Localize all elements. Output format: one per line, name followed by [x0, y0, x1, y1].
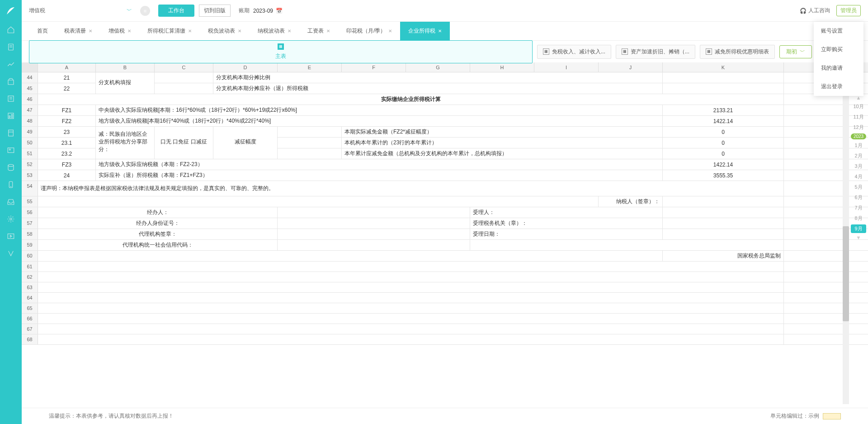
cell[interactable]: 经办人： — [38, 207, 278, 218]
cell[interactable] — [278, 148, 342, 159]
nav-list-icon[interactable] — [6, 94, 15, 103]
month-down-icon[interactable]: ▼ — [856, 235, 861, 240]
row-number[interactable]: 59 — [22, 240, 38, 250]
row-number[interactable]: 63 — [22, 282, 38, 292]
cell[interactable] — [38, 262, 784, 272]
row-number[interactable]: 68 — [22, 334, 38, 344]
nav-doc-icon[interactable] — [6, 43, 15, 52]
vertical-scrollbar[interactable] — [843, 72, 849, 404]
col-header[interactable]: A — [38, 62, 96, 72]
row-number[interactable]: 67 — [22, 324, 38, 334]
cell[interactable]: 受理税务机关（章）： — [470, 218, 663, 229]
col-header[interactable]: H — [470, 62, 534, 72]
col-header[interactable]: E — [278, 62, 342, 72]
cell[interactable]: FZ3 — [38, 159, 96, 170]
app-logo[interactable] — [0, 0, 22, 22]
col-header[interactable]: C — [155, 62, 213, 72]
cell[interactable]: 口无 口免征 口减征 — [155, 127, 213, 157]
cell[interactable]: 经办人身份证号： — [38, 218, 278, 229]
col-header[interactable]: J — [599, 62, 663, 72]
cell[interactable]: 代理机构统一社会信用代码： — [38, 240, 278, 250]
cell[interactable]: 22 — [38, 83, 96, 94]
row-number[interactable]: 64 — [22, 293, 38, 303]
cell[interactable] — [663, 196, 784, 207]
cell[interactable]: 23.2 — [38, 148, 96, 159]
close-icon[interactable]: ✕ — [288, 29, 291, 33]
row-number[interactable]: 56 — [22, 207, 38, 218]
nav-home-icon[interactable] — [6, 25, 15, 34]
cell[interactable]: 1422.14 — [663, 116, 784, 126]
dropdown-item-buy[interactable]: 立即购买 — [814, 40, 863, 59]
cell[interactable] — [38, 196, 599, 207]
cell[interactable]: 23.1 — [38, 138, 96, 148]
cell[interactable]: 地方级收入应纳税额[本期16行*40%或（18行+20行）*40%或22行*40… — [96, 116, 663, 126]
scroll-thumb[interactable] — [843, 226, 849, 321]
row-number[interactable]: 57 — [22, 218, 38, 229]
cell[interactable]: 受理人： — [470, 207, 663, 218]
close-icon[interactable]: ✕ — [238, 29, 241, 33]
row-number[interactable]: 62 — [22, 272, 38, 282]
row-number[interactable]: 49 — [22, 127, 38, 137]
month-item[interactable]: 5月 — [853, 183, 864, 191]
subtab-main[interactable]: ▦主表 — [29, 40, 533, 63]
tab[interactable]: 企业所得税✕ — [400, 22, 450, 40]
cell[interactable] — [38, 272, 784, 282]
tab[interactable]: 所得税汇算清缴✕ — [139, 22, 200, 40]
close-icon[interactable]: ✕ — [388, 29, 392, 33]
month-item[interactable]: 1月 — [853, 141, 864, 150]
cell[interactable]: 减征幅度 — [213, 127, 278, 157]
cell[interactable] — [663, 207, 784, 218]
cell[interactable]: 谨声明：本纳税申报表是根据国家税收法律法规及相关规定填报的，是真实的、可靠的、完… — [38, 181, 784, 196]
row-number[interactable]: 53 — [22, 170, 38, 181]
row-number[interactable]: 50 — [22, 138, 38, 148]
cell[interactable]: 实际应补（退）所得税额（本期：FZ1+FZ3） — [96, 170, 663, 181]
row-number[interactable]: 46 — [22, 94, 38, 105]
nav-stack-icon[interactable] — [6, 163, 15, 172]
row-number[interactable]: 61 — [22, 262, 38, 272]
col-header[interactable]: K — [663, 62, 784, 72]
row-number[interactable]: 60 — [22, 251, 38, 261]
col-header[interactable]: I — [534, 62, 599, 72]
calendar-icon[interactable]: 📅 — [276, 8, 283, 14]
cell[interactable] — [38, 293, 784, 303]
row-number[interactable]: 65 — [22, 303, 38, 313]
dropdown-item-invite[interactable]: 我的邀请 — [814, 59, 863, 77]
nav-chart-icon[interactable] — [6, 60, 15, 69]
cell[interactable] — [663, 72, 784, 83]
admin-button[interactable]: 管理员 — [836, 5, 861, 16]
cell[interactable] — [38, 303, 784, 313]
cell[interactable]: 21 — [38, 72, 96, 83]
dropdown-item-account[interactable]: 账号设置 — [814, 22, 863, 40]
cell[interactable] — [38, 282, 784, 292]
month-item[interactable]: 3月 — [853, 162, 864, 171]
nav-inbox-icon[interactable] — [6, 197, 15, 206]
tab[interactable]: 印花税（月/季）✕ — [338, 22, 400, 40]
switch-old-button[interactable]: 切到旧版 — [199, 5, 231, 17]
month-item[interactable]: 11月 — [851, 113, 865, 121]
cell[interactable]: 代理机构签章： — [38, 229, 278, 239]
cell[interactable] — [663, 83, 784, 94]
month-item[interactable]: 9月 — [851, 224, 866, 233]
cell[interactable] — [663, 229, 784, 239]
cell[interactable]: 0 — [663, 127, 784, 137]
cell[interactable]: 0 — [663, 138, 784, 148]
cell[interactable] — [38, 314, 784, 324]
nav-v-icon[interactable] — [6, 249, 15, 258]
cell[interactable]: 分支机构本期分摊应补（退）所得税额 — [213, 83, 663, 94]
nav-bag-icon[interactable] — [6, 77, 15, 86]
tab[interactable]: 税负波动表✕ — [200, 22, 250, 40]
cell[interactable] — [278, 218, 470, 229]
cell[interactable]: 分支机构填报 — [96, 72, 155, 92]
month-item[interactable]: 12月 — [851, 123, 865, 132]
cell[interactable]: 0 — [663, 148, 784, 159]
col-header[interactable]: D — [213, 62, 278, 72]
cell[interactable] — [278, 207, 470, 218]
row-number[interactable]: 52 — [22, 159, 38, 170]
dropdown-item-logout[interactable]: 退出登录 — [814, 77, 863, 96]
nav-play-icon[interactable] — [6, 232, 15, 241]
doc-circle-icon[interactable]: ≡ — [140, 6, 150, 16]
cell[interactable]: 国家税务总局监制 — [663, 251, 784, 261]
cell[interactable] — [38, 251, 663, 261]
period-initial-dropdown[interactable]: 期初﹀ — [779, 45, 812, 58]
tab[interactable]: 工资表✕ — [299, 22, 338, 40]
